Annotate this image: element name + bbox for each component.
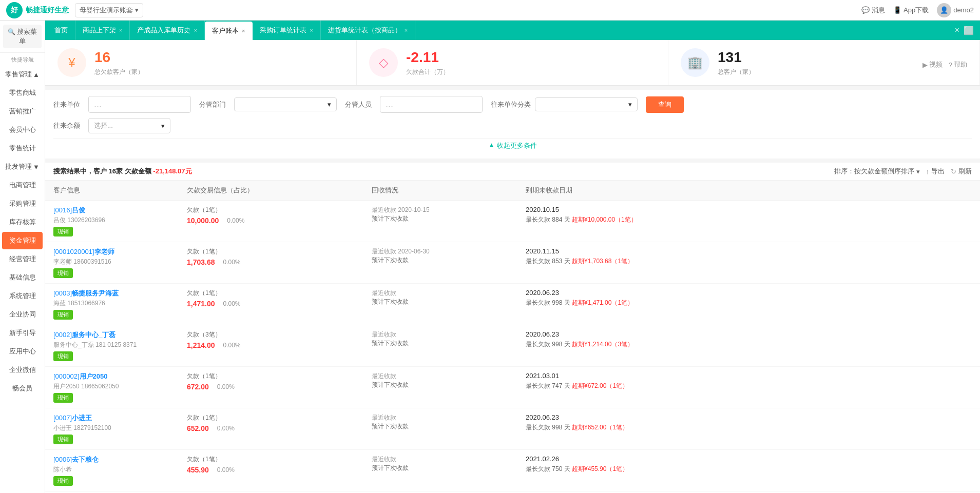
tab-close-icon[interactable]: × <box>405 27 408 33</box>
sidebar-item-inventory[interactable]: 库存核算 <box>2 213 43 231</box>
payback-cell: 最近收款 预计下次收款 <box>363 408 517 450</box>
tab-purchase-order[interactable]: 采购订单统计表 × <box>253 21 320 40</box>
message-label: 消息 <box>872 6 885 15</box>
tab-close-icon[interactable]: × <box>194 27 197 33</box>
tab-purchase-stats[interactable]: 进货单统计表（按商品） × <box>321 21 415 40</box>
sidebar-item-vip-member[interactable]: 畅会员 <box>2 380 43 397</box>
debt-amount[interactable]: 672.00 <box>187 383 209 391</box>
overdue-days: 最长欠款 747 天 <box>526 382 572 389</box>
search-menu-btn[interactable]: 🔍 搜索菜单 <box>3 25 42 48</box>
tab-customer-account[interactable]: 客户账本 × <box>205 22 253 40</box>
remain-select[interactable]: 选择... ▾ <box>88 118 170 133</box>
person-input[interactable]: ... <box>380 96 483 113</box>
overdue-link[interactable]: 超期¥672.00（1笔） <box>572 382 628 389</box>
customer-name[interactable]: [0016]吕俊 <box>53 206 170 215</box>
tab-close-icon[interactable]: × <box>242 28 245 34</box>
overdue-info: 最长欠款 750 天 超期¥455.90（1笔） <box>526 465 972 474</box>
store-selector[interactable]: 母婴行业演示账套 ▾ <box>75 3 143 17</box>
debt-info-cell: 欠款（1笔） 455.90 0.00% <box>179 450 363 491</box>
message-btn[interactable]: 💬 消息 <box>861 6 885 15</box>
tab-home[interactable]: 首页 <box>47 21 75 40</box>
overdue-info: 最长欠款 998 天 超期¥652.00（1笔） <box>526 423 972 432</box>
tab-product-instock[interactable]: 产成品入库单历史 × <box>130 21 204 40</box>
overdue-info: 最长欠款 998 天 超期¥1,471.00（1笔） <box>526 299 972 307</box>
sidebar-item-marketing[interactable]: 营销推广 <box>2 103 43 120</box>
debt-amount[interactable]: 1,703.68 <box>187 258 215 266</box>
payback-cell: 最近收款 预计下次收款 <box>363 325 517 367</box>
sidebar-item-finance[interactable]: 资金管理 <box>2 232 43 249</box>
help-link[interactable]: ? 帮助 <box>949 60 967 69</box>
debt-info-cell: 欠款（1笔） 429.00 0.00% <box>179 491 363 494</box>
debt-amount[interactable]: 10,000.00 <box>187 216 219 225</box>
window-max-btn[interactable]: ⬜ <box>964 26 974 35</box>
overdue-info: 最长欠款 884 天 超期¥10,000.00（1笔） <box>526 215 972 224</box>
overdue-link[interactable]: 超期¥652.00（1笔） <box>572 424 628 431</box>
overdue-days: 最长欠款 853 天 <box>526 258 572 265</box>
unit-category-select[interactable]: ▾ <box>535 97 638 111</box>
sidebar-item-zero-retail-mgmt[interactable]: 零售管理 ▲ <box>2 66 43 83</box>
sidebar-item-enterprise-wechat[interactable]: 企业微信 <box>2 361 43 379</box>
customer-name[interactable]: [0002]服务中心_丁磊 <box>53 330 170 340</box>
debt-count: 欠款（1笔） <box>187 455 355 464</box>
overdue-days: 最长欠款 998 天 <box>526 341 572 348</box>
overdue-link[interactable]: 超期¥1,703.68（1笔） <box>572 258 633 265</box>
sidebar-item-basic-info[interactable]: 基础信息 <box>2 269 43 286</box>
sidebar: 🔍 搜索菜单 快捷导航 零售管理 ▲ 零售商城 营销推广 会员中心 零售统计 批… <box>0 21 45 493</box>
customer-name[interactable]: [0007]小进王 <box>53 413 170 423</box>
sidebar-item-zero-stats[interactable]: 零售统计 <box>2 140 43 157</box>
app-download-label: App下载 <box>904 6 929 15</box>
overdue-link[interactable]: 超期¥1,214.00（3笔） <box>572 341 633 348</box>
message-icon: 💬 <box>861 6 870 14</box>
sidebar-item-new-guide[interactable]: 新手引导 <box>2 324 43 342</box>
from-unit-input[interactable]: ... <box>88 96 191 113</box>
tab-product-offshelf-label: 商品上下架 <box>83 26 116 35</box>
overdue-link[interactable]: 超期¥10,000.00（1笔） <box>572 216 637 223</box>
refresh-btn[interactable]: ↻ 刷新 <box>951 167 972 176</box>
sidebar-item-system-mgmt[interactable]: 系统管理 <box>2 287 43 305</box>
app-download-btn[interactable]: 📱 App下载 <box>893 6 929 15</box>
sidebar-item-ecommerce[interactable]: 电商管理 <box>2 176 43 194</box>
video-link[interactable]: ▶ 视频 <box>923 60 943 69</box>
tab-close-icon[interactable]: × <box>119 27 122 33</box>
sidebar-item-batch-mgmt[interactable]: 批发管理 ▼ <box>2 158 43 175</box>
table-row: [000002]用户2050 用户2050 18665062050 现销 欠款（… <box>45 367 980 408</box>
customer-name[interactable]: [0001020001]李老师 <box>53 247 170 257</box>
user-avatar-btn[interactable]: 👤 demo2 <box>937 3 974 17</box>
sidebar-item-app-center[interactable]: 应用中心 <box>2 343 43 360</box>
customer-info-cell: [0007]小进王 小进王 18279152100 现销 <box>45 408 179 450</box>
sort-label: 排序：按欠款金额倒序排序 <box>834 167 914 176</box>
logo-area: 好 畅捷通好生意 <box>6 2 69 18</box>
help-icon: ? <box>949 61 952 69</box>
debt-amount[interactable]: 455.90 <box>187 466 209 474</box>
overdue-link[interactable]: 超期¥1,471.00（1笔） <box>572 299 633 306</box>
tab-close-icon[interactable]: × <box>310 27 313 33</box>
export-btn[interactable]: ↑ 导出 <box>926 167 945 176</box>
overdue-link[interactable]: 超期¥455.90（1笔） <box>572 465 628 472</box>
collapse-label: 收起更多条件 <box>497 141 537 150</box>
tab-customer-account-label: 客户账本 <box>212 26 239 35</box>
filter-row-2: 往来余额 选择... ▾ <box>53 118 972 133</box>
customer-tag: 现销 <box>53 268 73 278</box>
sidebar-item-operation[interactable]: 经营管理 <box>2 250 43 268</box>
sidebar-item-enterprise[interactable]: 企业协同 <box>2 306 43 323</box>
customer-tag: 现销 <box>53 227 73 236</box>
dept-select[interactable]: ▾ <box>234 97 337 111</box>
customer-name[interactable]: [0006]去下粮仓 <box>53 455 170 464</box>
query-btn[interactable]: 查询 <box>646 96 684 113</box>
debt-amount[interactable]: 652.00 <box>187 424 209 432</box>
customer-phone: 海蓝 18513066976 <box>53 299 170 308</box>
debt-info-cell: 欠款（1笔） 652.00 0.00% <box>179 408 363 450</box>
sort-select[interactable]: 排序：按欠款金额倒序排序 ▾ <box>834 167 920 176</box>
window-close-btn[interactable]: × <box>955 26 959 35</box>
debt-amount[interactable]: 1,471.00 <box>187 300 215 308</box>
sidebar-item-zero-retail-mall[interactable]: 零售商城 <box>2 84 43 102</box>
customer-phone: 服务中心_丁磊 181 0125 8371 <box>53 341 170 349</box>
sidebar-item-member-center[interactable]: 会员中心 <box>2 121 43 139</box>
sidebar-item-purchase-mgmt[interactable]: 采购管理 <box>2 195 43 212</box>
customer-name[interactable]: [000002]用户2050 <box>53 372 170 381</box>
tab-product-offshelf[interactable]: 商品上下架 × <box>75 21 130 40</box>
collapse-row[interactable]: ▲ 收起更多条件 <box>53 139 972 152</box>
sort-area: 排序：按欠款金额倒序排序 ▾ ↑ 导出 ↻ 刷新 <box>834 167 972 176</box>
customer-name[interactable]: [0003]畅捷服务尹海蓝 <box>53 289 170 298</box>
debt-amount[interactable]: 1,214.00 <box>187 341 215 349</box>
